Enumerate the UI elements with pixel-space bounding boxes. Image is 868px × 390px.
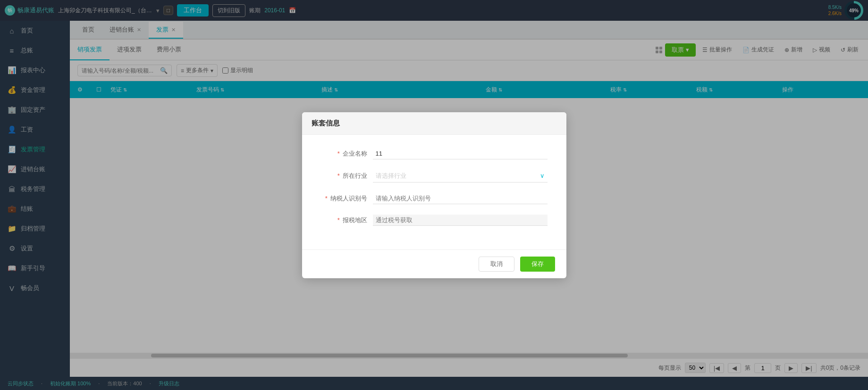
industry-label: * 所在行业 [321,172,373,180]
account-info-modal: 账套信息 * 企业名称 * 所在行业 请选择行业 ∨ [302,112,566,278]
required-star-tax: * [325,195,328,202]
tax-id-input[interactable] [373,193,548,204]
modal-overlay: 账套信息 * 企业名称 * 所在行业 请选择行业 ∨ [0,0,868,390]
modal-title: 账套信息 [312,119,340,127]
form-row-tax-region: * 报税地区 [321,215,548,226]
industry-placeholder: 请选择行业 [376,172,406,180]
modal-footer: 取消 保存 [302,249,566,278]
industry-select[interactable]: 请选择行业 ∨ [373,170,548,183]
company-label: * 企业名称 [321,149,373,158]
modal-header: 账套信息 [302,112,566,135]
tax-id-label: * 纳税人识别号 [321,194,373,203]
tax-region-input [373,215,548,226]
form-row-company: * 企业名称 [321,148,548,159]
form-row-industry: * 所在行业 请选择行业 ∨ [321,170,548,183]
required-star-region: * [337,216,340,224]
save-button[interactable]: 保存 [520,257,555,272]
tax-region-label: * 报税地区 [321,216,373,224]
cancel-button[interactable]: 取消 [479,257,514,272]
required-star-industry: * [337,172,340,179]
form-row-tax-id: * 纳税人识别号 [321,193,548,204]
company-name-input[interactable] [373,148,548,159]
required-star-company: * [337,150,340,157]
modal-body: * 企业名称 * 所在行业 请选择行业 ∨ * 纳 [302,135,566,249]
industry-chevron-icon: ∨ [540,172,545,179]
